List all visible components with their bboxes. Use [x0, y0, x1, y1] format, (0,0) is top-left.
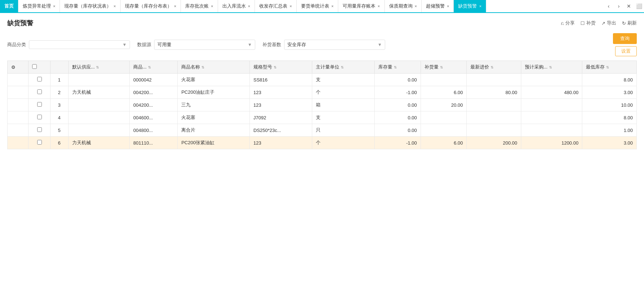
- table-row: 2 力天机械 004200... PC200油缸庄子 123 个 -1.00 6…: [8, 86, 637, 99]
- tab-keyongliang-close[interactable]: ×: [378, 4, 380, 8]
- nav-prev-button[interactable]: ‹: [604, 1, 614, 11]
- row-checkbox[interactable]: [37, 127, 42, 132]
- tab-chaochuyujing[interactable]: 超储预警 ×: [422, 0, 454, 13]
- refresh-action[interactable]: ↻ 刷新: [622, 20, 637, 26]
- table-row: 1 0000042 火花塞 SS816 支 0.00 8.00: [8, 74, 637, 86]
- tab-baozhi[interactable]: 保质期查询 ×: [385, 0, 422, 13]
- query-button[interactable]: 查询: [613, 33, 637, 44]
- row-est-purchase: [521, 74, 582, 86]
- th-spec-label: 规格型号: [253, 64, 272, 70]
- sort-stock-icon: ⇅: [394, 65, 397, 69]
- replenish-action[interactable]: ☐ 补货: [580, 20, 596, 26]
- row-stock: 0.00: [375, 99, 421, 111]
- tab-home-label: 首页: [4, 3, 14, 9]
- table-header-row: ⚙ 默认供应... ⇅ 商品... ⇅: [8, 61, 637, 74]
- share-action[interactable]: ⎌ 分享: [561, 20, 575, 26]
- th-spec[interactable]: 规格型号 ⇅: [250, 61, 312, 74]
- filter-bar: 商品分类 ▼ 数据源 可用量 ▼ 补货基数 安全库存 ▼ 查询 设置: [7, 33, 637, 56]
- th-unit[interactable]: 主计量单位 ⇅: [312, 61, 375, 74]
- tab-lianhuo-close[interactable]: ×: [53, 4, 55, 8]
- row-checkbox-cell[interactable]: [29, 86, 50, 99]
- sort-replenish-icon: ⇅: [440, 65, 443, 69]
- row-supplier: 力天机械: [68, 86, 130, 99]
- tab-kucunpici[interactable]: 库存批次账 ×: [181, 0, 218, 13]
- tab-quehuo-close[interactable]: ×: [479, 4, 481, 8]
- tab-xiancunliang2-close[interactable]: ×: [174, 4, 176, 8]
- row-spec: DS250*23c...: [250, 124, 312, 137]
- tab-churukuliushui[interactable]: 出入库流水 ×: [218, 0, 255, 13]
- nav-next-button[interactable]: ›: [614, 1, 624, 11]
- tab-lianhuo[interactable]: 炼货异常处理 ×: [18, 0, 60, 13]
- row-no: 2: [50, 86, 68, 99]
- tab-keyongliang[interactable]: 可用量库存账本 ×: [338, 0, 384, 13]
- tab-shofacun[interactable]: 收发存汇总表 ×: [255, 0, 296, 13]
- tab-chaochuyujing-close[interactable]: ×: [447, 4, 449, 8]
- tab-yaohuo[interactable]: 要货单统计表 ×: [297, 0, 338, 13]
- row-checkbox-cell[interactable]: [29, 74, 50, 86]
- replenish-select[interactable]: 安全库存 ▼: [284, 40, 385, 50]
- page-header: 缺货预警 ⎌ 分享 ☐ 补货 ↗ 导出 ↻ 刷新: [7, 19, 637, 27]
- settings-button[interactable]: 设置: [615, 46, 637, 56]
- row-supplier: 力天机械: [68, 137, 130, 149]
- row-name: 火花塞: [178, 111, 250, 124]
- th-stock[interactable]: 库存量 ⇅: [375, 61, 421, 74]
- row-checkbox-cell[interactable]: [29, 99, 50, 111]
- th-code[interactable]: 商品... ⇅: [130, 61, 178, 74]
- row-checkbox[interactable]: [37, 115, 42, 119]
- th-name[interactable]: 商品名称 ⇅: [178, 61, 250, 74]
- tab-kucunpici-close[interactable]: ×: [211, 4, 213, 8]
- row-checkbox-cell[interactable]: [29, 137, 50, 149]
- row-code: 004200...: [130, 99, 178, 111]
- nav-close-button[interactable]: ✕: [624, 1, 634, 11]
- row-est-purchase: 480.00: [521, 86, 582, 99]
- row-min-stock: 3.00: [582, 86, 637, 99]
- tab-shofacun-close[interactable]: ×: [290, 4, 292, 8]
- row-stock: -1.00: [375, 137, 421, 149]
- row-est-purchase: [521, 124, 582, 137]
- page-title: 缺货预警: [7, 19, 33, 27]
- export-action[interactable]: ↗ 导出: [601, 20, 616, 26]
- datasource-select[interactable]: 可用量 ▼: [154, 40, 255, 50]
- row-name: PC200油缸庄子: [178, 86, 250, 99]
- th-supplier[interactable]: 默认供应... ⇅: [68, 61, 130, 74]
- row-checkbox[interactable]: [37, 77, 42, 81]
- tab-xiancunliang1-close[interactable]: ×: [113, 4, 116, 8]
- tab-quehuo[interactable]: 缺货预警 ×: [454, 0, 486, 13]
- row-gear-cell: [8, 111, 29, 124]
- nav-maximize-button[interactable]: ⬜: [634, 1, 644, 11]
- select-all-checkbox[interactable]: [32, 64, 37, 69]
- row-checkbox[interactable]: [37, 140, 42, 145]
- tab-yaohuo-close[interactable]: ×: [331, 4, 334, 8]
- row-supplier: [68, 111, 130, 124]
- tab-baozhi-close[interactable]: ×: [415, 4, 417, 8]
- row-min-stock: 10.00: [582, 99, 637, 111]
- th-min-stock-label: 最低库存: [586, 64, 605, 70]
- row-min-stock: 3.00: [582, 137, 637, 149]
- tab-churukuliushui-close[interactable]: ×: [248, 4, 250, 8]
- th-min-stock[interactable]: 最低库存 ⇅: [582, 61, 637, 74]
- replenish-arrow-icon: ▼: [378, 42, 382, 47]
- row-gear-cell: [8, 74, 29, 86]
- tab-keyongliang-label: 可用量库存账本: [343, 3, 375, 9]
- tab-xiancunliang1[interactable]: 现存量（库存状况表） ×: [60, 0, 120, 13]
- tab-baozhi-label: 保质期查询: [389, 3, 413, 9]
- tab-home[interactable]: 首页: [0, 0, 18, 13]
- th-supplier-label: 默认供应...: [72, 64, 95, 70]
- category-filter-group: 商品分类 ▼: [7, 40, 130, 49]
- replenish-label: 补货: [586, 20, 596, 26]
- sort-supplier-icon: ⇅: [96, 65, 99, 69]
- row-no: 5: [50, 124, 68, 137]
- tab-xiancunliang2[interactable]: 现存量（库存分布表） ×: [121, 0, 181, 13]
- th-latest-price[interactable]: 最新进价 ⇅: [467, 61, 521, 74]
- category-label: 商品分类: [7, 41, 26, 48]
- header-actions: ⎌ 分享 ☐ 补货 ↗ 导出 ↻ 刷新: [561, 20, 637, 26]
- row-checkbox-cell[interactable]: [29, 111, 50, 124]
- row-checkbox-cell[interactable]: [29, 124, 50, 137]
- th-gear[interactable]: ⚙: [8, 61, 29, 74]
- th-est-purchase[interactable]: 预计采购... ⇅: [521, 61, 582, 74]
- row-checkbox[interactable]: [37, 89, 42, 94]
- row-checkbox[interactable]: [37, 102, 42, 107]
- sort-spec-icon: ⇅: [274, 65, 277, 69]
- category-select[interactable]: ▼: [29, 40, 130, 49]
- th-replenish[interactable]: 补货量 ⇅: [421, 61, 466, 74]
